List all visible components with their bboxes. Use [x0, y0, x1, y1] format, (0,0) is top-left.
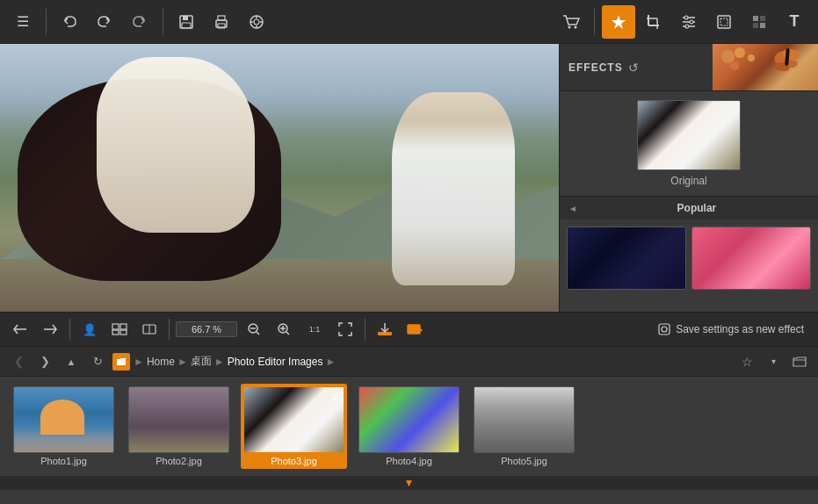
surf-image: [14, 387, 113, 452]
redo-fwd-button[interactable]: [124, 6, 156, 38]
ctrl-sep-3: [365, 319, 366, 340]
nav-prev-button[interactable]: [7, 317, 33, 342]
display-mode-button[interactable]: [136, 317, 163, 342]
zoom-display[interactable]: 66.7 %: [176, 321, 237, 337]
file-name-3: Photo3.jpg: [271, 456, 317, 466]
undo-button[interactable]: [54, 6, 85, 38]
fit-button[interactable]: [332, 317, 358, 342]
breadcrumb-sep-1: ►: [177, 356, 188, 368]
breadcrumb-sep-0: ►: [134, 356, 144, 368]
popular-chevron: ◄: [568, 204, 577, 213]
text-tool-button[interactable]: T: [778, 5, 811, 39]
crop-tool-button[interactable]: [637, 5, 670, 39]
save-button[interactable]: [170, 6, 202, 38]
favorites-button[interactable]: ☆: [735, 350, 758, 373]
file-browser-container: Photo1.jpg Photo2.jpg ✓ Photo3.jpg Photo…: [0, 377, 818, 490]
svg-point-12: [568, 25, 571, 28]
breadcrumb-current: Photo Editor Images: [228, 356, 323, 368]
svg-rect-27: [753, 16, 758, 21]
svg-rect-34: [120, 324, 127, 329]
print-button[interactable]: [206, 6, 237, 38]
svg-rect-1: [183, 16, 188, 20]
separator-1: [46, 9, 47, 35]
zoom-out-button[interactable]: [241, 317, 267, 342]
breadcrumb-sep-3: ►: [325, 356, 336, 368]
mask-tool-button[interactable]: [742, 5, 776, 39]
file-thumb-2[interactable]: Photo2.jpg: [126, 384, 232, 469]
purple-hair-image: [129, 387, 228, 452]
breadcrumb-desktop[interactable]: 桌面: [191, 354, 212, 369]
right-tool-group: T: [602, 5, 811, 39]
settings-circle-button[interactable]: [241, 6, 272, 38]
nav-right-controls: ☆ ▾: [735, 350, 811, 373]
popular-section-title: Popular: [584, 202, 809, 214]
transform-tool-button[interactable]: [707, 5, 741, 39]
cart-button[interactable]: [555, 6, 587, 38]
save-new-effect-button[interactable]: Save settings as new effect: [650, 319, 811, 340]
effects-tool-button[interactable]: [602, 5, 635, 39]
nav-refresh-button[interactable]: ↻: [86, 350, 109, 373]
nav-back-button[interactable]: ❮: [7, 350, 30, 373]
popular-section-header[interactable]: ◄ Popular: [560, 196, 818, 220]
scroll-down-button[interactable]: ▼: [0, 476, 818, 490]
colorful-kid-image: [359, 387, 459, 452]
effect-2-img: [692, 227, 810, 289]
person-view-button[interactable]: 👤: [76, 317, 103, 342]
export-button[interactable]: [402, 317, 428, 342]
file-name-5: Photo5.jpg: [501, 456, 547, 466]
svg-point-13: [575, 25, 577, 28]
file-name-2: Photo2.jpg: [156, 456, 202, 466]
effect-thumb-2[interactable]: [691, 227, 811, 290]
svg-rect-50: [659, 324, 670, 335]
zoom-in-button[interactable]: [271, 317, 297, 342]
redo-back-button[interactable]: [89, 6, 120, 38]
selection-checkmark: ✓: [330, 390, 341, 404]
effect-thumb-1[interactable]: [567, 227, 686, 290]
file-name-4: Photo4.jpg: [386, 456, 432, 466]
breadcrumb-sep-2: ►: [214, 356, 225, 368]
file-browser: Photo1.jpg Photo2.jpg ✓ Photo3.jpg Photo…: [0, 377, 818, 476]
effects-panel-content[interactable]: Original ◄ Popular: [560, 91, 818, 312]
down-arrow-icon: ▼: [404, 477, 415, 489]
svg-point-7: [254, 19, 259, 25]
ctrl-sep-1: [69, 319, 70, 340]
folder-icon[interactable]: [112, 353, 130, 371]
menu-button[interactable]: ☰: [7, 6, 39, 38]
svg-point-24: [685, 25, 689, 28]
svg-rect-36: [120, 330, 127, 335]
view-mode-button[interactable]: [106, 317, 133, 342]
svg-point-51: [662, 327, 667, 332]
effects-title: EFFECTS: [568, 61, 623, 74]
file-img-2: [128, 386, 229, 453]
original-thumb[interactable]: [637, 100, 741, 170]
nav-up-button[interactable]: ▲: [60, 350, 83, 373]
file-thumb-5[interactable]: Photo5.jpg: [471, 384, 577, 469]
ratio-button[interactable]: 1:1: [300, 317, 329, 342]
bottom-controls: 👤 66.7 % 1:1: [0, 312, 818, 347]
right-panel: EFFECTS ↺: [559, 44, 818, 312]
effects-header: EFFECTS ↺: [560, 44, 818, 91]
adjust-tool-button[interactable]: [672, 5, 706, 39]
nav-next-button[interactable]: [37, 317, 63, 342]
file-thumb-1[interactable]: Photo1.jpg: [11, 384, 117, 469]
file-thumb-3[interactable]: ✓ Photo3.jpg: [241, 384, 347, 469]
svg-rect-26: [720, 18, 728, 25]
svg-rect-29: [753, 23, 758, 28]
save-effect-label: Save settings as new effect: [676, 323, 804, 335]
file-img-3: ✓: [243, 386, 344, 453]
effect-1-img: [568, 227, 685, 289]
effects-reset-icon[interactable]: ↺: [628, 61, 639, 75]
file-thumb-4[interactable]: Photo4.jpg: [356, 384, 462, 469]
download-button[interactable]: [372, 317, 398, 342]
separator-2: [163, 9, 163, 35]
effects-grid: [560, 220, 818, 297]
open-folder-button[interactable]: [788, 350, 811, 373]
breadcrumb-home[interactable]: Home: [147, 356, 175, 368]
canvas-area[interactable]: [0, 44, 559, 312]
favorites-dropdown[interactable]: ▾: [762, 350, 785, 373]
svg-rect-28: [760, 16, 765, 21]
file-img-4: [358, 386, 460, 453]
flowers-decoration: [717, 46, 778, 90]
breadcrumb: ► Home ► 桌面 ► Photo Editor Images ►: [134, 354, 732, 369]
nav-forward-button[interactable]: ❯: [33, 350, 56, 373]
